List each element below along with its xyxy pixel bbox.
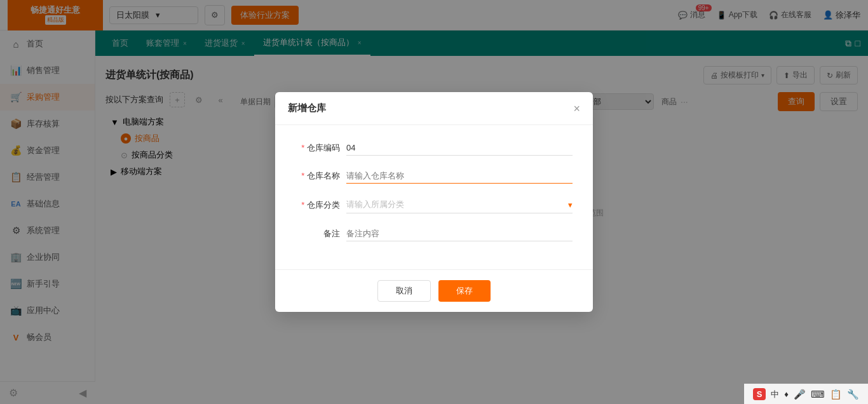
bottom-settings-icon[interactable]: 🔧 <box>847 389 859 400</box>
bottom-toolbar: S 中 ♦ 🎤 ⌨ 📋 🔧 <box>744 384 868 404</box>
bottom-mic-icon[interactable]: 🎤 <box>794 389 806 400</box>
form-row-code: * 仓库编码 <box>295 140 573 156</box>
save-button[interactable]: 保存 <box>438 280 491 302</box>
bottom-dot-icon[interactable]: ♦ <box>784 389 789 399</box>
modal-header: 新增仓库 × <box>275 92 593 125</box>
modal-body: * 仓库编码 * 仓库名称 * 仓库分类 请输入 <box>275 125 593 269</box>
category-label: * 仓库分类 <box>295 199 346 211</box>
form-row-note: 备注 <box>295 226 573 241</box>
code-required-mark: * <box>301 143 304 152</box>
modal-footer: 取消 保存 <box>275 269 593 312</box>
category-select[interactable]: 请输入所属分类 ▾ <box>346 196 573 213</box>
category-chevron-icon: ▾ <box>568 200 573 210</box>
modal-overlay: 新增仓库 × * 仓库编码 * 仓库名称 <box>0 0 868 404</box>
code-label: * 仓库编码 <box>295 142 346 154</box>
category-required-mark: * <box>301 200 304 210</box>
bottom-keyboard-icon[interactable]: ⌨ <box>811 389 825 400</box>
note-input[interactable] <box>346 226 573 241</box>
bottom-clipboard-icon[interactable]: 📋 <box>830 389 842 400</box>
name-required-mark: * <box>301 171 304 180</box>
modal-title: 新增仓库 <box>288 102 326 114</box>
category-placeholder: 请输入所属分类 <box>346 199 404 210</box>
modal-close-button[interactable]: × <box>573 103 580 114</box>
name-label: * 仓库名称 <box>295 170 346 182</box>
note-label: 备注 <box>295 228 346 239</box>
form-row-category: * 仓库分类 请输入所属分类 ▾ <box>295 196 573 213</box>
add-warehouse-modal: 新增仓库 × * 仓库编码 * 仓库名称 <box>275 92 593 312</box>
cancel-button[interactable]: 取消 <box>377 280 431 302</box>
s-icon[interactable]: S <box>753 388 766 400</box>
name-input[interactable] <box>346 168 573 184</box>
code-input[interactable] <box>346 140 573 156</box>
bottom-zh-icon[interactable]: 中 <box>771 389 779 400</box>
form-row-name: * 仓库名称 <box>295 168 573 184</box>
